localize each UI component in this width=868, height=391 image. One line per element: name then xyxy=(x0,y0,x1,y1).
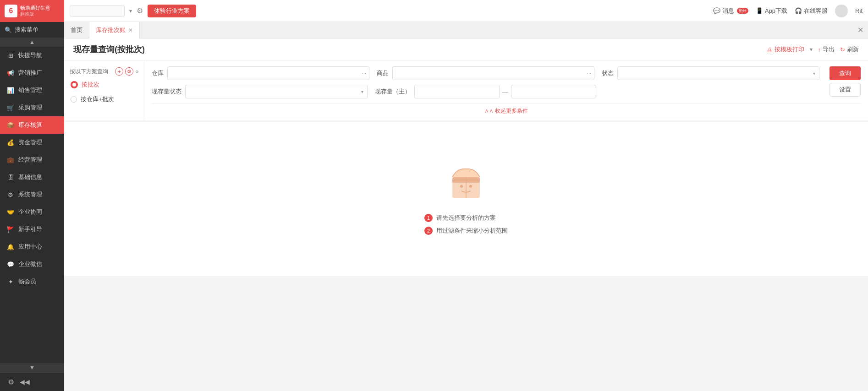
warehouse-input[interactable]: ··· xyxy=(167,66,369,80)
sidebar-item-label: 营销推广 xyxy=(18,69,42,77)
chart-icon: 📊 xyxy=(6,86,15,94)
scheme-title: 按以下方案查询 xyxy=(70,68,108,76)
megaphone-icon: 📢 xyxy=(6,69,15,77)
database-icon: 🗄 xyxy=(6,173,15,181)
sidebar-item-inventory[interactable]: 📦 库存核算 xyxy=(0,116,64,134)
warehouse-more-btn[interactable]: ··· xyxy=(362,71,366,76)
product-input[interactable]: ··· xyxy=(392,66,594,80)
sidebar-item-basics[interactable]: 🗄 基础信息 xyxy=(0,168,64,186)
sidebar-nav: ⊞ 快捷导航 📢 营销推广 📊 销售管理 🛒 采购管理 📦 库存核算 💰 资金管… xyxy=(0,47,64,363)
stock-status-label: 现存量状态 xyxy=(152,87,181,96)
avatar xyxy=(835,5,848,17)
query-button[interactable]: 查询 xyxy=(830,66,861,80)
stock-qty-group: 现存量（主） — xyxy=(375,85,596,98)
sidebar-item-label: 库存核算 xyxy=(18,121,42,129)
page-actions: 🖨 按模板打印 ▾ ↑ 导出 ↻ 刷新 xyxy=(767,45,859,54)
tab-close-button[interactable]: ✕ xyxy=(128,27,133,33)
export-icon: ↑ xyxy=(818,46,821,53)
warehouse-label: 仓库 xyxy=(152,69,164,77)
sidebar-item-label: 畅会员 xyxy=(18,277,36,286)
refresh-button[interactable]: ↻ 刷新 xyxy=(840,45,859,54)
scheme-item-batch[interactable]: 按批次 xyxy=(64,77,144,92)
add-scheme-button[interactable]: + xyxy=(115,67,123,76)
topbar-search-input[interactable] xyxy=(70,5,125,17)
message-button[interactable]: 💬 消息 99+ xyxy=(713,7,748,15)
settings-scheme-button[interactable]: ⚙ xyxy=(125,67,133,76)
collapse-more-button[interactable]: ∧∧ 收起更多条件 xyxy=(152,103,861,119)
tab-inventory-batch[interactable]: 库存批次账 ✕ xyxy=(89,22,140,38)
print-dropdown-button[interactable]: ▾ xyxy=(810,46,813,53)
box-icon: 📦 xyxy=(6,121,15,129)
topbar-right: 💬 消息 99+ 📱 App下载 🎧 在线客服 Rit xyxy=(713,5,863,17)
print-button[interactable]: 🖨 按模板打印 xyxy=(767,45,804,54)
topbar-gear-button[interactable]: ⚙ xyxy=(137,6,143,15)
empty-hint-1: 1 请先选择要分析的方案 xyxy=(424,214,508,222)
sidebar-item-shortcuts[interactable]: ⊞ 快捷导航 xyxy=(0,47,64,64)
empty-illustration xyxy=(443,159,489,205)
status-group: 状态 ▾ xyxy=(602,66,819,80)
sidebar-item-finance[interactable]: 💰 资金管理 xyxy=(0,134,64,151)
stock-status-select[interactable]: ▾ xyxy=(185,85,368,98)
hint-num-2: 2 xyxy=(424,227,433,235)
stock-qty-max-input[interactable] xyxy=(511,85,596,98)
service-label: 在线客服 xyxy=(804,7,828,15)
brand-name: 畅康通好生意 xyxy=(20,5,50,11)
query-form-row1: 仓库 ··· 商品 ··· xyxy=(152,66,861,103)
sidebar-footer: ⚙ ◀◀ xyxy=(0,372,64,391)
scheme-item-warehouse-batch[interactable]: 按仓库+批次 xyxy=(64,92,144,107)
status-select[interactable]: ▾ xyxy=(617,66,819,80)
stock-status-group: 现存量状态 ▾ xyxy=(152,85,368,98)
sidebar-item-guide[interactable]: 🚩 新手引导 xyxy=(0,221,64,238)
topbar-dropdown-button[interactable]: ▾ xyxy=(129,8,132,14)
collapse-scheme-button[interactable]: « xyxy=(135,67,138,76)
headset-icon: 🎧 xyxy=(795,7,802,14)
trial-btn[interactable]: 体验行业方案 xyxy=(148,5,196,17)
app-logo: 6 xyxy=(5,5,17,17)
tab-home[interactable]: 首页 xyxy=(64,22,89,38)
product-more-btn[interactable]: ··· xyxy=(587,71,591,76)
search-icon: 🔍 xyxy=(5,27,12,33)
tab-inventory-batch-label: 库存批次账 xyxy=(96,26,126,34)
tabbar-close-all-button[interactable]: ✕ xyxy=(853,26,868,34)
settings-footer-button[interactable]: ⚙ xyxy=(6,377,16,386)
search-menu-item[interactable]: 🔍 搜索菜单 xyxy=(0,22,64,38)
sidebar-item-appstore[interactable]: 🔔 应用中心 xyxy=(0,238,64,255)
apps-icon: 🔔 xyxy=(6,243,15,251)
sidebar-scroll-down-button[interactable]: ▼ xyxy=(0,363,64,372)
user-name: Rit xyxy=(855,7,863,14)
settings-button[interactable]: 设置 xyxy=(830,83,861,97)
sidebar-item-operations[interactable]: 💼 经营管理 xyxy=(0,151,64,168)
sidebar-item-label: 销售管理 xyxy=(18,86,42,94)
customer-service-button[interactable]: 🎧 在线客服 xyxy=(795,7,828,15)
briefcase-icon: 💼 xyxy=(6,156,15,164)
export-button[interactable]: ↑ 导出 xyxy=(818,45,835,54)
sidebar-item-system[interactable]: ⚙ 系统管理 xyxy=(0,186,64,203)
svg-point-5 xyxy=(469,185,472,188)
message-badge: 99+ xyxy=(737,8,748,14)
stock-qty-label: 现存量（主） xyxy=(375,87,411,96)
scheme-actions: + ⚙ « xyxy=(115,67,138,76)
refresh-icon: ↻ xyxy=(840,46,845,53)
app-download-button[interactable]: 📱 App下载 xyxy=(756,7,787,15)
scheme-item-label: 按批次 xyxy=(82,81,99,89)
sidebar-item-wechat[interactable]: 💬 企业微信 xyxy=(0,255,64,273)
app-label: App下载 xyxy=(765,7,787,15)
sidebar-item-label: 快捷导航 xyxy=(18,51,42,60)
query-buttons: 查询 设置 xyxy=(825,66,861,97)
collapse-sidebar-button[interactable]: ◀◀ xyxy=(20,377,29,386)
svg-point-4 xyxy=(460,185,463,188)
sidebar-item-enterprise[interactable]: 🤝 企业协同 xyxy=(0,203,64,221)
sidebar-item-purchase[interactable]: 🛒 采购管理 xyxy=(0,99,64,116)
sidebar-item-marketing[interactable]: 📢 营销推广 xyxy=(0,64,64,81)
hint-text-1: 请先选择要分析的方案 xyxy=(436,214,496,222)
sidebar-item-member[interactable]: ✦ 畅会员 xyxy=(0,273,64,290)
scheme-dot-inactive xyxy=(71,96,77,103)
page-title: 现存量查询(按批次) xyxy=(73,44,145,55)
sidebar-scroll-up-button[interactable]: ▲ xyxy=(0,38,64,47)
product-group: 商品 ··· xyxy=(377,66,594,80)
collapse-more-label: 收起更多条件 xyxy=(495,108,528,114)
stock-qty-min-input[interactable] xyxy=(414,85,500,98)
warehouse-group: 仓库 ··· xyxy=(152,66,369,80)
sidebar-item-sales[interactable]: 📊 销售管理 xyxy=(0,81,64,99)
refresh-label: 刷新 xyxy=(847,45,859,54)
